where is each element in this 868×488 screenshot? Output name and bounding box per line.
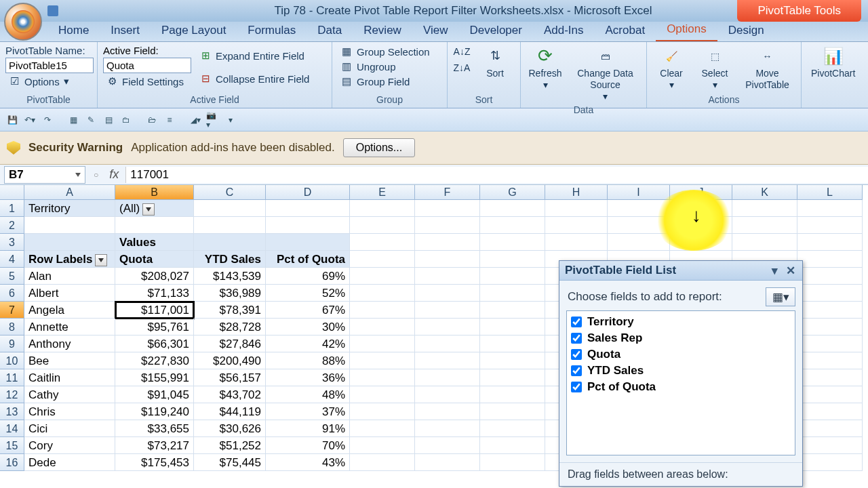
field-checkbox[interactable] bbox=[571, 365, 582, 376]
cell-all-filter[interactable]: (All) bbox=[115, 200, 194, 217]
cell-quota[interactable]: $208,027 bbox=[115, 268, 194, 285]
tab-add-ins[interactable]: Add-Ins bbox=[533, 20, 595, 41]
cell-pct[interactable]: 91% bbox=[266, 420, 350, 437]
cell-pct[interactable]: 43% bbox=[266, 454, 350, 471]
row-header-3[interactable]: 3 bbox=[0, 234, 24, 251]
tab-home[interactable]: Home bbox=[47, 20, 100, 41]
cell-name[interactable]: Alan bbox=[24, 268, 115, 285]
column-header-D[interactable]: D bbox=[266, 185, 350, 200]
cell-values-header[interactable]: Values bbox=[115, 234, 194, 251]
sort-asc-button[interactable]: A↓Z bbox=[453, 45, 471, 58]
cell-name[interactable]: Caitlin bbox=[24, 369, 115, 386]
cell[interactable] bbox=[545, 234, 608, 251]
cell-ytd[interactable]: $200,490 bbox=[194, 352, 266, 369]
column-header-I[interactable]: I bbox=[608, 185, 670, 200]
column-header-E[interactable]: E bbox=[350, 185, 415, 200]
cell[interactable] bbox=[350, 319, 415, 336]
cell-ytd[interactable]: $75,445 bbox=[194, 454, 266, 471]
name-box[interactable]: B7 bbox=[4, 166, 85, 184]
tab-acrobat[interactable]: Acrobat bbox=[595, 20, 656, 41]
filter-dropdown-icon[interactable] bbox=[142, 203, 155, 216]
cell[interactable] bbox=[194, 234, 266, 251]
cell[interactable] bbox=[266, 200, 350, 217]
qat-icon-9[interactable]: ▾ bbox=[224, 113, 237, 127]
cell[interactable] bbox=[797, 437, 863, 454]
cell-quota[interactable]: $175,453 bbox=[115, 454, 194, 471]
cancel-icon[interactable]: ○ bbox=[90, 170, 102, 180]
cell[interactable] bbox=[480, 437, 545, 454]
cell[interactable] bbox=[797, 200, 863, 217]
qat-save-icon[interactable] bbox=[47, 5, 58, 16]
fx-icon[interactable]: fx bbox=[102, 167, 125, 182]
field-list-close-icon[interactable]: ✕ bbox=[785, 264, 797, 277]
cell[interactable] bbox=[480, 386, 545, 403]
cell[interactable] bbox=[115, 217, 194, 234]
cell-quota[interactable]: $95,761 bbox=[115, 319, 194, 336]
row-labels-dropdown-icon[interactable] bbox=[95, 254, 107, 266]
cell-quota[interactable]: $73,217 bbox=[115, 437, 194, 454]
cell[interactable] bbox=[480, 369, 545, 386]
sort-desc-button[interactable]: Z↓A bbox=[453, 61, 471, 75]
cell[interactable] bbox=[266, 217, 350, 234]
qat-icon-4[interactable]: 🗀 bbox=[119, 113, 133, 127]
cell-quota[interactable]: $33,655 bbox=[115, 420, 194, 437]
tab-design[interactable]: Design bbox=[717, 20, 775, 41]
row-header-1[interactable]: 1 bbox=[0, 200, 24, 217]
cell[interactable] bbox=[415, 336, 480, 352]
cell[interactable] bbox=[480, 217, 545, 234]
row-header-9[interactable]: 9 bbox=[0, 336, 24, 352]
cell-quota[interactable]: $227,830 bbox=[115, 352, 194, 369]
cell-name[interactable]: Bee bbox=[24, 352, 115, 369]
ungroup-button[interactable]: ▥Ungroup bbox=[338, 60, 433, 73]
tab-insert[interactable]: Insert bbox=[100, 20, 151, 41]
cell[interactable] bbox=[350, 217, 415, 234]
cell-pct-header[interactable]: Pct of Quota bbox=[266, 251, 350, 268]
cell[interactable] bbox=[415, 454, 480, 471]
cell[interactable] bbox=[480, 336, 545, 352]
qat-icon-5[interactable]: 🗁 bbox=[145, 113, 159, 127]
tab-developer[interactable]: Developer bbox=[458, 20, 533, 41]
clear-button[interactable]: 🧹Clear▾ bbox=[652, 45, 690, 92]
active-field-input[interactable] bbox=[103, 58, 191, 73]
qat-icon-1[interactable]: ▦ bbox=[66, 113, 80, 127]
cell[interactable] bbox=[608, 234, 670, 251]
column-header-F[interactable]: F bbox=[415, 185, 480, 200]
cell-name[interactable]: Chris bbox=[24, 403, 115, 420]
cell-quota[interactable]: $66,301 bbox=[115, 336, 194, 352]
cell[interactable] bbox=[797, 369, 863, 386]
save-icon[interactable]: 💾 bbox=[5, 113, 19, 127]
cell-ytd[interactable]: $43,702 bbox=[194, 386, 266, 403]
field-checkbox[interactable] bbox=[571, 382, 582, 392]
cell[interactable] bbox=[480, 403, 545, 420]
cell-name[interactable]: Cory bbox=[24, 437, 115, 454]
cell[interactable] bbox=[608, 200, 670, 217]
cell-name[interactable]: Anthony bbox=[24, 336, 115, 352]
cell[interactable] bbox=[545, 217, 608, 234]
cell-ytd[interactable]: $44,119 bbox=[194, 403, 266, 420]
field-territory[interactable]: Territory bbox=[570, 314, 792, 330]
cell[interactable] bbox=[480, 420, 545, 437]
cell[interactable] bbox=[350, 454, 415, 471]
cell-ytd[interactable]: $143,539 bbox=[194, 268, 266, 285]
cell[interactable] bbox=[415, 403, 480, 420]
column-header-L[interactable]: L bbox=[797, 185, 863, 200]
qat-icon-8[interactable]: 📷▾ bbox=[206, 113, 220, 127]
cell[interactable] bbox=[480, 319, 545, 336]
expand-field-button[interactable]: ⊞ Expand Entire Field bbox=[197, 49, 312, 62]
row-header-16[interactable]: 16 bbox=[0, 454, 24, 471]
cell[interactable] bbox=[797, 420, 863, 437]
cell[interactable] bbox=[415, 420, 480, 437]
cell[interactable] bbox=[670, 200, 732, 217]
cell-quota[interactable]: $71,133 bbox=[115, 285, 194, 302]
cell-ytd[interactable]: $36,989 bbox=[194, 285, 266, 302]
field-pct-of-quota[interactable]: Pct of Quota bbox=[570, 379, 792, 395]
cell[interactable] bbox=[480, 352, 545, 369]
cell[interactable] bbox=[350, 200, 415, 217]
cell[interactable] bbox=[415, 285, 480, 302]
cell[interactable] bbox=[350, 302, 415, 319]
group-selection-button[interactable]: ▦Group Selection bbox=[338, 45, 433, 58]
tab-options[interactable]: Options bbox=[656, 18, 717, 41]
row-header-5[interactable]: 5 bbox=[0, 268, 24, 285]
cell[interactable] bbox=[415, 319, 480, 336]
cell-ytd[interactable]: $28,728 bbox=[194, 319, 266, 336]
